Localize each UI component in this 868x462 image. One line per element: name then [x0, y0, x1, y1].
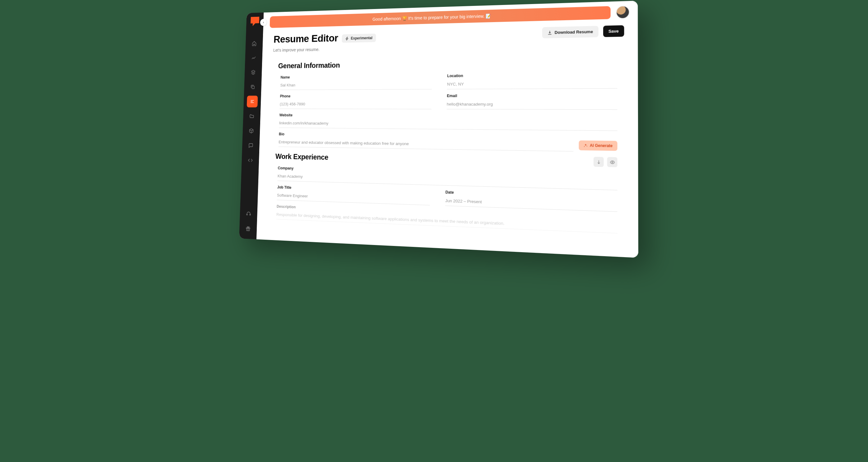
location-label: Location — [447, 72, 617, 78]
website-label: Website — [279, 113, 617, 119]
sparkle-icon — [583, 143, 588, 148]
ai-generate-button[interactable]: AI Generate — [579, 141, 617, 151]
code-icon — [248, 157, 253, 163]
move-down-button[interactable] — [593, 157, 604, 167]
badge-label: Experimental — [350, 36, 372, 40]
bolt-icon — [345, 36, 349, 40]
eye-icon — [609, 160, 614, 165]
name-input[interactable] — [280, 80, 432, 90]
arrow-down-icon — [596, 159, 601, 164]
section-work-title: Work Experience — [275, 152, 328, 161]
page-title: Resume Editor — [273, 32, 338, 45]
logo-icon — [250, 17, 259, 26]
section-general-title: General Information — [278, 57, 617, 70]
copy-icon — [250, 84, 255, 90]
text-icon — [250, 99, 255, 104]
download-resume-button[interactable]: Download Resume — [542, 26, 598, 38]
phone-label: Phone — [280, 94, 432, 98]
app-window: › Good afternoon 🏆 It's time to prepare … — [239, 1, 638, 258]
download-label: Download Resume — [554, 29, 593, 35]
download-icon — [548, 30, 552, 35]
email-input[interactable] — [446, 100, 617, 110]
name-label: Name — [280, 74, 432, 80]
experimental-badge: Experimental — [342, 34, 376, 43]
nav-layers[interactable] — [247, 67, 259, 79]
nav-code[interactable] — [245, 154, 256, 166]
nav-text[interactable] — [247, 96, 258, 107]
phone-input[interactable] — [279, 100, 431, 109]
save-button[interactable]: Save — [603, 25, 624, 37]
home-icon — [251, 41, 256, 46]
date-input[interactable] — [445, 197, 617, 212]
content: General Information Name Location Phone … — [257, 48, 638, 238]
chat-icon — [248, 143, 253, 148]
layers-icon — [251, 70, 255, 75]
cube-icon — [249, 128, 254, 133]
nav-trend[interactable] — [248, 52, 259, 64]
main-area: Good afternoon 🏆 It's time to prepare fo… — [256, 1, 638, 258]
gift-icon — [246, 226, 251, 232]
ai-generate-label: AI Generate — [589, 143, 612, 148]
save-label: Save — [608, 29, 618, 34]
nav-cube[interactable] — [246, 125, 257, 137]
nav-chat[interactable] — [245, 140, 256, 151]
nav-copy[interactable] — [247, 81, 258, 93]
location-input[interactable] — [447, 79, 617, 89]
email-label: Email — [446, 93, 617, 98]
avatar[interactable] — [616, 6, 630, 19]
nav-support[interactable] — [243, 208, 254, 220]
svg-rect-0 — [252, 86, 254, 88]
folder-icon — [249, 114, 254, 119]
nav-folder[interactable] — [246, 110, 257, 122]
website-input[interactable] — [279, 119, 617, 131]
trend-icon — [251, 55, 256, 60]
nav-gift[interactable] — [243, 223, 254, 235]
headphones-icon — [246, 211, 251, 217]
job-title-input[interactable] — [277, 191, 430, 206]
visibility-button[interactable] — [607, 157, 617, 167]
svg-point-2 — [612, 161, 613, 163]
nav-home[interactable] — [249, 37, 259, 49]
